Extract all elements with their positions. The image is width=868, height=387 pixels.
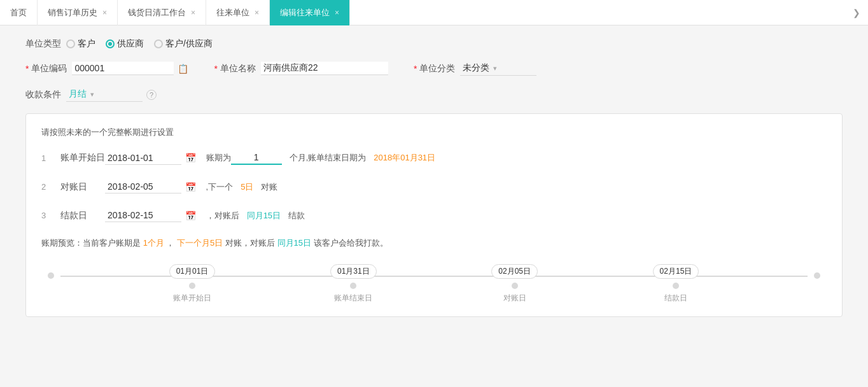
- timeline-badge-2: 01月31日: [330, 264, 377, 279]
- unit-code-input[interactable]: [72, 62, 174, 75]
- unit-type-radio-group: 客户 供应商 客户/供应商: [66, 38, 213, 50]
- tab-partner-units[interactable]: 往来单位 ×: [206, 0, 270, 25]
- start-date-calendar-icon[interactable]: 📅: [185, 153, 196, 163]
- timeline-dot-2: [350, 283, 356, 289]
- close-edit-partner-icon[interactable]: ×: [335, 8, 339, 17]
- unit-category-dropdown[interactable]: 未分类 ▾: [460, 61, 536, 76]
- tab-home[interactable]: 首页: [0, 0, 38, 25]
- row-3-desc-prefix: ，对账后: [204, 210, 239, 222]
- month-input[interactable]: [231, 151, 282, 165]
- timeline-label-1: 账单开始日: [173, 293, 211, 304]
- unit-code-group: * 单位编码 📋: [25, 62, 188, 75]
- tab-sales-history[interactable]: 销售订单历史 ×: [38, 0, 118, 25]
- unit-type-row: 单位类型 客户 供应商 客户/供应商: [25, 38, 843, 50]
- timeline-badge-4: 02月15日: [653, 264, 699, 279]
- tabs-bar: 首页 销售订单历史 × 钱货日清工作台 × 往来单位 × 编辑往来单位 × ❯: [0, 0, 868, 25]
- radio-supplier-label: 供应商: [117, 38, 144, 50]
- tab-sales-history-label: 销售订单历史: [48, 7, 97, 18]
- payment-terms-label: 收款条件: [25, 89, 61, 101]
- setting-row-2: 2 对账日 📅 ,下一个 5日 对账: [41, 180, 827, 194]
- timeline-point-2: 01月31日 账单结束日: [330, 264, 377, 304]
- unit-name-star: *: [214, 64, 217, 74]
- close-sales-history-icon[interactable]: ×: [102, 8, 107, 17]
- unit-name-group: * 单位名称: [214, 62, 388, 75]
- payment-terms-row: 收款条件 月结 ▾ ?: [25, 87, 843, 102]
- tab-edit-partner-label: 编辑往来单位: [280, 7, 330, 18]
- content-area: 单位类型 客户 供应商 客户/供应商 * 单位编码 📋 * 单位名称: [0, 25, 868, 330]
- row-1-end-date-highlight: 2018年01月31日: [374, 152, 435, 164]
- unit-code-star: *: [25, 64, 29, 74]
- close-partner-units-icon[interactable]: ×: [255, 8, 259, 17]
- preview-section: 账期预览：当前客户账期是 1个月 ， 下一个月5日 对账，对账后 同月15日 该…: [41, 237, 827, 304]
- setting-row-3: 3 结款日 📅 ，对账后 同月15日 结款: [41, 209, 827, 222]
- unit-code-copy-icon[interactable]: 📋: [178, 64, 188, 74]
- unit-details-row: * 单位编码 📋 * 单位名称 * 单位分类 未分类 ▾: [25, 61, 843, 76]
- timeline-dot-4: [673, 283, 679, 289]
- unit-category-group: * 单位分类 未分类 ▾: [414, 61, 536, 76]
- timeline-label-4: 结款日: [664, 293, 687, 304]
- tab-home-label: 首页: [10, 7, 27, 18]
- payment-terms-arrow-icon: ▾: [90, 90, 94, 99]
- payment-date-input[interactable]: [105, 209, 181, 222]
- unit-type-label: 单位类型: [25, 38, 61, 50]
- radio-both-circle: [154, 39, 163, 48]
- row-num-3: 3: [41, 211, 60, 220]
- preview-text: 账期预览：当前客户账期是 1个月 ， 下一个月5日 对账，对账后 同月15日 该…: [41, 237, 827, 249]
- row-3-highlight: 同月15日: [247, 210, 281, 222]
- preview-prefix: 账期预览：当前客户账期是: [41, 238, 141, 248]
- unit-name-label: 单位名称: [220, 63, 256, 74]
- unit-category-star: *: [414, 64, 417, 74]
- row-label-3: 结款日: [60, 210, 105, 222]
- radio-both[interactable]: 客户/供应商: [154, 38, 213, 50]
- settings-box-title: 请按照未来的一个完整帐期进行设置: [41, 127, 827, 138]
- preview-part2: 下一个月5日: [177, 238, 223, 248]
- unit-category-arrow-icon: ▾: [493, 64, 497, 73]
- payment-date-calendar-icon[interactable]: 📅: [185, 211, 196, 221]
- radio-supplier-circle: [106, 39, 115, 48]
- unit-category-label: 单位分类: [419, 63, 455, 74]
- row-label-2: 对账日: [60, 181, 105, 193]
- recon-date-calendar-icon[interactable]: 📅: [185, 182, 196, 192]
- tab-cash-desk[interactable]: 钱货日清工作台 ×: [118, 0, 206, 25]
- payment-terms-value: 月结: [69, 88, 87, 100]
- tab-expand-icon[interactable]: ❯: [845, 0, 868, 25]
- timeline-dot-3: [512, 283, 518, 289]
- timeline-point-4: 02月15日 结款日: [653, 264, 699, 304]
- tab-edit-partner[interactable]: 编辑往来单位 ×: [270, 0, 350, 25]
- unit-name-input[interactable]: [261, 62, 388, 75]
- row-label-1: 账单开始日: [60, 152, 105, 164]
- timeline-label-3: 对账日: [503, 293, 526, 304]
- tab-partner-units-label: 往来单位: [216, 7, 249, 18]
- row-2-highlight: 5日: [241, 181, 253, 193]
- row-2-desc-prefix: ,下一个: [204, 181, 233, 193]
- timeline-badge-3: 02月05日: [491, 264, 538, 279]
- timeline-point-1: 01月01日 账单开始日: [169, 264, 216, 304]
- radio-supplier[interactable]: 供应商: [106, 38, 144, 50]
- preview-part3-prefix: 对账，对账后: [225, 238, 275, 248]
- timeline-row: 01月01日 账单开始日 01月31日 账单结束日 02月05日: [48, 264, 820, 304]
- recon-date-input[interactable]: [105, 180, 181, 194]
- timeline-left-dot: [48, 272, 54, 279]
- timeline-label-2: 账单结束日: [334, 293, 372, 304]
- row-2-desc-suffix: 对账: [261, 181, 277, 193]
- payment-terms-dropdown[interactable]: 月结 ▾: [66, 87, 143, 102]
- timeline-badge-1: 01月01日: [169, 264, 216, 279]
- preview-part3: 同月15日: [277, 238, 311, 248]
- row-1-desc-suffix: 个月,账单结束日期为: [290, 152, 367, 164]
- timeline-point-3: 02月05日 对账日: [491, 264, 538, 304]
- row-1-desc-prefix: 账期为: [204, 152, 231, 164]
- preview-suffix: 该客户会给我打款。: [314, 238, 388, 248]
- radio-both-label: 客户/供应商: [165, 38, 213, 50]
- close-cash-desk-icon[interactable]: ×: [191, 8, 195, 17]
- start-date-input[interactable]: [105, 151, 181, 165]
- timeline-left-circle: [48, 272, 54, 279]
- timeline-dot-1: [189, 283, 195, 289]
- row-num-2: 2: [41, 182, 60, 192]
- tab-cash-desk-label: 钱货日清工作台: [128, 7, 186, 18]
- radio-customer-circle: [66, 39, 75, 48]
- help-icon[interactable]: ?: [146, 90, 157, 100]
- unit-code-label: 单位编码: [31, 63, 67, 74]
- radio-customer[interactable]: 客户: [66, 38, 95, 50]
- preview-part1: 1个月: [143, 238, 164, 248]
- timeline-right-dot: [814, 272, 820, 279]
